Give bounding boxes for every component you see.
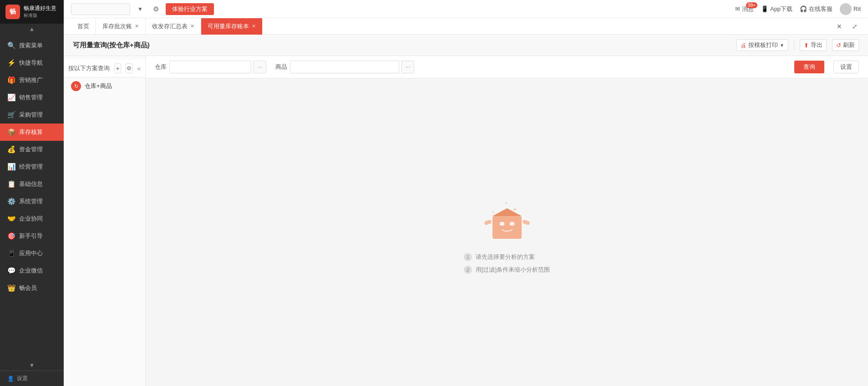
product-label: 商品 (275, 63, 287, 71)
sidebar-item-system[interactable]: ⚙️ 系统管理 (0, 193, 64, 210)
chat-icon: 💬 (7, 267, 15, 275)
user-avatar-btn[interactable]: Rit (840, 3, 861, 15)
sidebar-item-enterprise[interactable]: 🤝 企业协同 (0, 210, 64, 227)
sidebar-item-search[interactable]: 🔍 搜索菜单 (0, 37, 64, 54)
empty-hint-2: 2 用[过滤]条件来缩小分析范围 (464, 266, 550, 274)
sidebar-item-label: 营销推广 (19, 76, 43, 84)
sidebar-footer[interactable]: 👤 设置 (0, 371, 64, 386)
topbar-dropdown-btn[interactable]: ▼ (135, 4, 146, 15)
sidebar-subtitle: 标准版 (24, 12, 56, 19)
refresh-btn[interactable]: ↺ 刷新 (832, 39, 859, 51)
scheme-label: 仓库+商品 (85, 82, 112, 90)
svg-rect-0 (492, 216, 522, 239)
chart-icon: 📈 (7, 93, 15, 102)
page-header-actions: 🖨 按模板打印 ▼ ⬆ 导出 ↺ 刷新 (736, 39, 859, 51)
sidebar-item-label: 系统管理 (19, 197, 43, 206)
refresh-icon: ↺ (836, 42, 841, 49)
svg-marker-1 (492, 208, 522, 216)
tab-inventory-summary[interactable]: 收发存汇总表 ✕ (146, 18, 201, 35)
sidebar-item-inventory[interactable]: 📦 库存核算 (0, 124, 64, 141)
sidebar-nav: 🔍 搜索菜单 ⚡ 快捷导航 🎁 营销推广 📈 销售管理 🛒 采购管理 📦 库存核… (0, 34, 64, 360)
sidebar-logo: 畅 (5, 5, 20, 19)
sidebar-item-shortcut[interactable]: ⚡ 快捷导航 (0, 54, 64, 72)
empty-hint-1: 1 请先选择要分析的方案 (464, 253, 550, 261)
empty-hints: 1 请先选择要分析的方案 2 用[过滤]条件来缩小分析范围 (464, 253, 550, 274)
main-content: ▼ ⚙ 体验行业方案 ✉ 消息 99+ 📱 App下载 🎧 在线客服 Rit (64, 0, 868, 386)
sidebar-item-finance[interactable]: 💰 资金管理 (0, 141, 64, 158)
sidebar-scroll-up[interactable]: ▲ (0, 24, 64, 34)
sidebar-item-newbie[interactable]: 🎯 新手引导 (0, 227, 64, 245)
sidebar-item-app-center[interactable]: 📱 应用中心 (0, 245, 64, 262)
svg-rect-2 (500, 222, 504, 226)
content-area: 仓库 ··· 商品 ··· 查询 设置 (146, 56, 868, 386)
sidebar-item-marketing[interactable]: 🎁 营销推广 (0, 72, 64, 89)
tab-batch-ledger[interactable]: 库存批次账 ✕ (96, 18, 146, 35)
topbar-gear-btn[interactable]: ⚙ (150, 4, 161, 15)
sidebar-scroll-down[interactable]: ▼ (0, 360, 64, 371)
sidebar-item-purchase[interactable]: 🛒 采购管理 (0, 106, 64, 124)
print-dropdown-icon[interactable]: ▼ (780, 43, 784, 48)
target-icon: 🎯 (7, 232, 15, 240)
product-input[interactable] (290, 61, 399, 73)
tab-maximize-btn[interactable]: ⤢ (849, 21, 861, 32)
sidebar-item-member[interactable]: 👑 畅会员 (0, 279, 64, 297)
industry-solution-button[interactable]: 体验行业方案 (166, 3, 214, 15)
online-service-btn[interactable]: 🎧 在线客服 (800, 5, 832, 13)
print-icon: 🖨 (741, 42, 746, 49)
filter-add-btn[interactable]: + (114, 63, 121, 73)
tab-batch-ledger-close[interactable]: ✕ (135, 23, 139, 29)
tab-home-label: 首页 (77, 22, 89, 31)
sidebar-item-sales[interactable]: 📈 销售管理 (0, 89, 64, 106)
tab-close-window-btn[interactable]: ✕ (833, 21, 845, 32)
app-download-btn[interactable]: 📱 App下载 (761, 5, 792, 13)
filter-collapse-btn[interactable]: « (137, 65, 141, 72)
sidebar-item-wechat[interactable]: 💬 企业微信 (0, 262, 64, 279)
warehouse-label: 仓库 (155, 63, 167, 71)
scheme-warehouse-product[interactable]: ↻ 仓库+商品 (64, 77, 145, 95)
sidebar-item-label: 搜索菜单 (19, 41, 43, 50)
svg-text:✦: ✦ (491, 210, 495, 215)
tab-inventory-summary-close[interactable]: ✕ (190, 23, 194, 29)
tab-available-ledger-close[interactable]: ✕ (252, 23, 256, 29)
search-icon: 🔍 (7, 41, 15, 50)
gear-icon: ⚙️ (7, 197, 15, 206)
warehouse-input[interactable] (169, 61, 251, 73)
bar-chart-icon: 📊 (7, 163, 15, 171)
topbar-right: ✉ 消息 99+ 📱 App下载 🎧 在线客服 Rit (735, 3, 861, 15)
message-btn[interactable]: ✉ 消息 99+ (735, 5, 754, 13)
warehouse-field-group: 仓库 ··· (155, 61, 266, 73)
topbar-search-input[interactable] (71, 3, 130, 15)
money-icon: 💰 (7, 145, 15, 154)
sidebar-item-label: 快捷导航 (19, 59, 43, 67)
mobile-download-icon: 📱 (761, 5, 768, 12)
scheme-panel: 按以下方案查询 + ⚙ « ↻ 仓库+商品 (64, 56, 146, 386)
tab-available-ledger[interactable]: 可用量库存账本 ✕ (201, 18, 263, 35)
product-field-group: 商品 ··· (275, 61, 414, 73)
page-header: 可用量查询(按仓库+商品) 🖨 按模板打印 ▼ ⬆ 导出 ↺ 刷新 (64, 35, 868, 56)
avatar (840, 3, 852, 15)
sidebar-item-label: 销售管理 (19, 93, 43, 102)
mobile-icon: 📱 (7, 249, 15, 257)
hint-num-1: 1 (464, 253, 472, 261)
warehouse-more-btn[interactable]: ··· (254, 61, 266, 73)
sidebar-title: 畅康通好生意 (24, 5, 56, 12)
query-button[interactable]: 查询 (794, 61, 824, 73)
sidebar-item-label: 企业协同 (19, 215, 43, 223)
product-more-btn[interactable]: ··· (401, 61, 414, 73)
sidebar-item-basic-info[interactable]: 📋 基础信息 (0, 175, 64, 193)
tab-available-ledger-label: 可用量库存账本 (208, 22, 249, 31)
filter-label: 按以下方案查询 (68, 64, 110, 72)
print-template-btn[interactable]: 🖨 按模板打印 ▼ (736, 39, 788, 51)
filter-setting-btn[interactable]: ⚙ (126, 63, 132, 73)
sidebar-item-label: 企业微信 (19, 267, 43, 275)
settings-button[interactable]: 设置 (833, 61, 859, 73)
filter-fields: 仓库 ··· 商品 ··· 查询 设置 (146, 56, 868, 78)
handshake-icon: 🤝 (7, 215, 15, 223)
footer-label: 设置 (17, 375, 28, 382)
sidebar-item-label: 库存核算 (19, 128, 43, 136)
tab-home[interactable]: 首页 (71, 18, 96, 35)
lightning-icon: ⚡ (7, 59, 15, 67)
export-btn[interactable]: ⬆ 导出 (800, 39, 827, 51)
sidebar-item-operations[interactable]: 📊 经营管理 (0, 158, 64, 175)
tab-inventory-summary-label: 收发存汇总表 (152, 22, 188, 31)
